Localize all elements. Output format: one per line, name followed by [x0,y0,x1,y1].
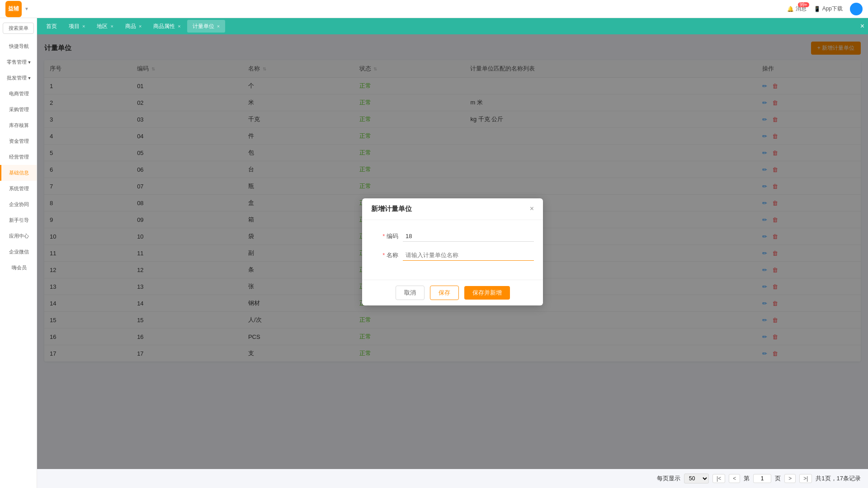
next-page-button[interactable]: > [784,474,796,483]
sidebar-item-newbie-label: 新手引导 [9,217,29,224]
sidebar-item-system[interactable]: 系统管理 [0,181,37,197]
sidebar-item-finance-label: 资金管理 [9,138,29,145]
sidebar-item-enterprise[interactable]: 企业微信 [0,244,37,260]
tab-product-attr-label: 商品属性 [153,23,175,30]
sidebar-item-quick-nav-label: 快捷导航 [9,43,29,50]
sidebar-item-system-label: 系统管理 [9,185,29,192]
tab-home-label: 首页 [46,23,57,30]
modal-body: * 编码 * 名称 [362,220,543,280]
first-page-button[interactable]: |< [712,474,725,483]
tab-bar-close-all[interactable]: × [860,22,864,30]
tab-project-close[interactable]: × [82,23,85,29]
sidebar-item-purchase-label: 采购管理 [9,106,29,113]
app-icon: 📱 [814,6,821,12]
modal-overlay: 新增计量单位 × * 编码 * 名称 [37,34,868,469]
modal-footer: 取消 保存 保存并新增 [362,280,543,305]
page-size-select[interactable]: 50 20 100 [684,474,709,483]
page-number-input[interactable] [753,474,771,483]
avatar[interactable] [850,3,863,15]
prev-page-button[interactable]: < [729,474,740,483]
top-bar-right: 🔔 消息 99+ 📱 App下载 [787,3,863,15]
required-star-name: * [382,252,385,258]
sidebar-item-finance[interactable]: 资金管理 [0,133,37,149]
logo-abbr: 益辅 [8,5,19,13]
tab-home[interactable]: 首页 [41,20,62,33]
sidebar-search-area: 搜索菜单 [0,18,37,38]
tab-region[interactable]: 地区 × [91,20,118,33]
top-bar-left: 益辅 ▼ [5,1,42,17]
page-label: 第 [744,474,750,483]
sidebar: 搜索菜单 快捷导航 零售管理 ▼ 批发管理 ▼ 电商管理 采购管理 库存核算 资 [0,18,37,488]
sidebar-item-inventory-label: 库存核算 [9,122,29,129]
sidebar-item-purchase[interactable]: 采购管理 [0,102,37,117]
tab-product-close[interactable]: × [139,23,142,29]
logo-area: 益辅 ▼ [5,1,42,17]
form-row-code: * 编码 [371,231,534,242]
tab-product-label: 商品 [125,23,136,30]
messages-button[interactable]: 🔔 消息 99+ [787,5,807,13]
sidebar-item-operations-label: 经营管理 [9,154,29,160]
tab-measure-unit-close[interactable]: × [217,23,220,29]
sidebar-item-retail-label: 零售管理 [7,59,27,66]
sidebar-item-wholesale[interactable]: 批发管理 ▼ [0,70,37,86]
cancel-button[interactable]: 取消 [396,286,425,300]
modal-title: 新增计量单位 [371,205,412,213]
sidebar-item-wholesale-label: 批发管理 [7,75,27,81]
save-button[interactable]: 保存 [430,286,459,300]
tab-product[interactable]: 商品 × [120,20,147,33]
name-label: * 名称 [371,251,398,259]
main-layout: 搜索菜单 快捷导航 零售管理 ▼ 批发管理 ▼ 电商管理 采购管理 库存核算 资 [0,18,868,488]
sidebar-item-cooperation-label: 企业协同 [9,201,29,208]
tab-region-close[interactable]: × [110,23,113,29]
page-suffix: 页 [775,474,781,483]
sidebar-item-cooperation[interactable]: 企业协同 [0,197,37,212]
sidebar-item-basic-info[interactable]: 基础信息 [0,165,37,181]
bell-icon: 🔔 [787,6,794,12]
app-download-button[interactable]: 📱 App下载 [814,5,843,13]
required-star-code: * [382,233,385,239]
page-content: 计量单位 + 新增计量单位 序号 编码 ⇅ 名称 ⇅ 状态 ⇅ 计量单位匹配的名… [37,34,868,469]
sidebar-item-enterprise-label: 企业微信 [9,249,29,255]
sidebar-item-inventory[interactable]: 库存核算 [0,117,37,133]
logo-icon: 益辅 [5,1,22,17]
sidebar-item-ecommerce-label: 电商管理 [9,90,29,97]
tab-bar: 首页 项目 × 地区 × 商品 × 商品属性 × 计量单位 × × [37,18,868,34]
chevron-down-icon: ▼ [28,60,32,65]
sidebar-item-newbie[interactable]: 新手引导 [0,212,37,228]
tab-project[interactable]: 项目 × [63,20,90,33]
tab-region-label: 地区 [97,23,108,30]
sidebar-item-membership-label: 嗨会员 [12,264,27,271]
name-input[interactable] [403,250,534,261]
sidebar-item-app-center[interactable]: 应用中心 [0,228,37,244]
tab-measure-unit[interactable]: 计量单位 × [187,20,225,33]
tab-product-attr-close[interactable]: × [178,23,180,29]
chevron-down-icon2: ▼ [28,76,32,80]
sidebar-item-app-center-label: 应用中心 [9,233,29,239]
code-label: * 编码 [371,232,398,240]
pagination-bar: 每页显示 50 20 100 |< < 第 页 > >| 共1页，17条记录 [37,469,868,488]
sidebar-item-membership[interactable]: 嗨会员 [0,260,37,276]
tab-project-label: 项目 [69,23,80,30]
add-measure-unit-modal: 新增计量单位 × * 编码 * 名称 [362,198,543,305]
modal-close-button[interactable]: × [530,205,534,213]
app-download-label: App下载 [822,5,843,13]
page-size-label: 每页显示 [657,474,680,483]
last-page-button[interactable]: >| [799,474,812,483]
sidebar-search-button[interactable]: 搜索菜单 [3,23,34,34]
modal-header: 新增计量单位 × [362,198,543,220]
save-and-new-button[interactable]: 保存并新增 [464,286,510,300]
total-label: 共1页，17条记录 [816,474,861,483]
tab-measure-unit-label: 计量单位 [193,23,214,30]
sidebar-item-operations[interactable]: 经营管理 [0,149,37,165]
sidebar-item-ecommerce[interactable]: 电商管理 [0,86,37,102]
form-row-name: * 名称 [371,250,534,261]
tab-product-attr[interactable]: 商品属性 × [148,20,186,33]
sidebar-item-quick-nav[interactable]: 快捷导航 [0,38,37,54]
content-area: 首页 项目 × 地区 × 商品 × 商品属性 × 计量单位 × × [37,18,868,488]
sidebar-item-retail[interactable]: 零售管理 ▼ [0,54,37,70]
sidebar-item-basic-info-label: 基础信息 [9,169,29,176]
dropdown-arrow-icon[interactable]: ▼ [24,6,29,11]
messages-badge: 99+ [798,2,809,7]
top-bar: 益辅 ▼ 🔔 消息 99+ 📱 App下载 [0,0,868,18]
code-input[interactable] [403,231,534,242]
